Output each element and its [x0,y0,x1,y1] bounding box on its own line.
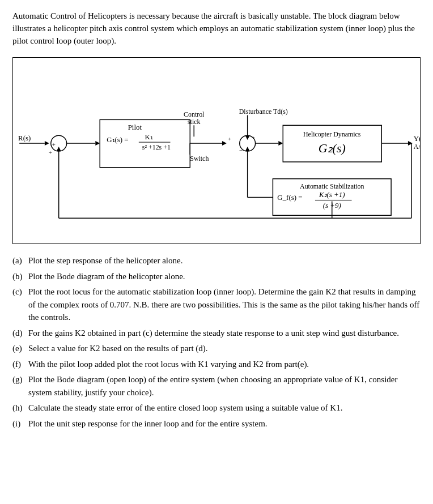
question-a-label: (a) [12,254,28,267]
question-e: (e) Select a value for K2 based on the r… [12,342,421,355]
question-b-text: Plot the Bode diagram of the helicopter … [28,270,421,283]
question-a-text: Plot the step response of the helicopter… [28,254,421,267]
question-d: (d) For the gains K2 obtained in part (c… [12,327,421,340]
question-c: (c) Plot the root locus for the automati… [12,285,421,324]
question-d-text: For the gains K2 obtained in part (c) de… [28,327,421,340]
svg-text:K₂(s +1): K₂(s +1) [319,191,345,199]
svg-marker-25 [408,141,413,146]
question-g-label: (g) [12,373,28,386]
switch-label: Switch [190,155,209,163]
svg-marker-29 [57,147,61,151]
y-label: Y(s) [414,134,420,143]
question-e-text: Select a value for K2 based on the resul… [28,342,421,355]
svg-marker-1 [45,141,49,146]
question-i-text: Plot the unit step response for the inne… [28,417,421,430]
question-f-text: With the pilot loop added plot the root … [28,358,421,371]
question-i-label: (i) [12,417,28,430]
heli-dynamics-label: Helicopter Dynamics [303,130,361,138]
svg-marker-17 [245,135,250,140]
intro-paragraph: Automatic Control of Helicopters is nece… [12,10,421,47]
gf-formula: G_f(s) = [277,194,302,202]
svg-text:−: − [239,147,243,153]
auto-stab-label: Automatic Stabilization [300,182,364,190]
control-stick-label: Control [184,111,205,119]
question-h-text: Calculate the steady state error of the … [28,402,421,415]
disturbance-label: Disturbance Td(s) [239,108,288,116]
svg-marker-6 [95,141,100,146]
question-c-label: (c) [12,285,28,298]
svg-marker-37 [245,147,250,151]
question-b: (b) Plot the Bode diagram of the helicop… [12,270,421,283]
svg-text:K₁: K₁ [145,133,153,141]
pilot-label: Pilot [128,123,142,131]
g2-label: G₂(s) [319,142,346,155]
question-g-text: Plot the Bode diagram (open loop) of the… [28,373,421,399]
svg-text:+: + [52,141,56,148]
question-c-text: Plot the root locus for the automatic st… [28,285,421,324]
svg-marker-22 [278,141,283,146]
question-f-label: (f) [12,358,28,371]
question-e-label: (e) [12,342,28,355]
svg-text:s² +12s +1: s² +12s +1 [142,143,171,151]
question-g: (g) Plot the Bode diagram (open loop) of… [12,373,421,399]
question-h: (h) Calculate the steady state error of … [12,402,421,415]
question-f: (f) With the pilot loop added plot the r… [12,358,421,371]
svg-marker-14 [222,141,227,146]
questions-list: (a) Plot the step response of the helico… [12,254,421,430]
question-a: (a) Plot the step response of the helico… [12,254,421,267]
g1-formula: G₁(s) = [107,135,128,144]
svg-text:(s +9): (s +9) [323,202,341,210]
r-label: R(s) [18,134,31,142]
svg-text:+: + [49,149,52,156]
ac-pitch-label: A/C Pitch [414,143,420,151]
block-diagram: R(s) + + Pilot G₁(s) = K₁ s² +12s +1 Con… [12,57,421,244]
question-i: (i) Plot the unit step response for the … [12,417,421,430]
svg-text:stick: stick [188,118,201,126]
question-h-label: (h) [12,402,28,415]
svg-text:+: + [228,135,231,142]
question-d-label: (d) [12,327,28,340]
question-b-label: (b) [12,270,28,283]
